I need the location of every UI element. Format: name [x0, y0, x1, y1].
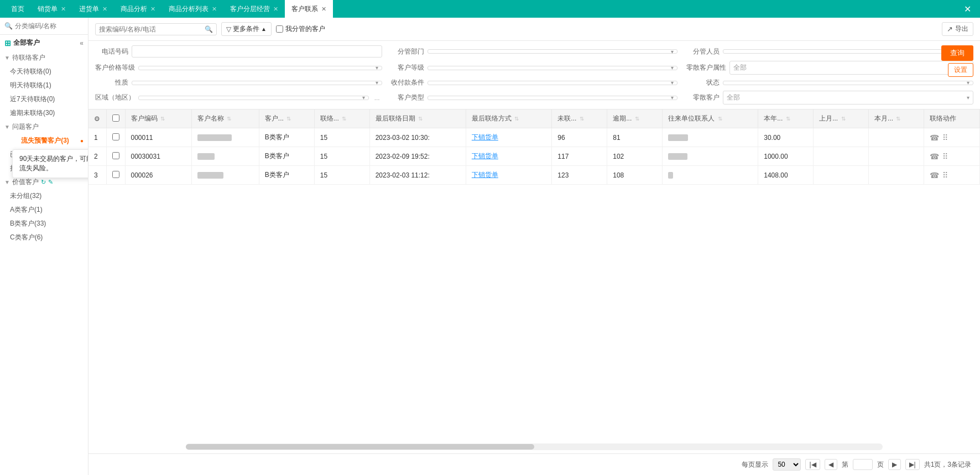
sidebar-search-input[interactable] — [15, 22, 84, 30]
export-icon: ↗ — [947, 25, 953, 33]
refresh-icon[interactable]: ↻ — [41, 179, 46, 186]
zero-customer-select[interactable]: 全部 — [723, 91, 973, 105]
sidebar-item-b-class[interactable]: B类客户(33) — [0, 217, 88, 231]
nav-product-analysis-list[interactable]: 商品分析列表 ✕ — [162, 0, 223, 18]
more-conditions-button[interactable]: ▽ 更多条件 ▲ — [221, 22, 272, 36]
th-type[interactable]: 客户... ⇅ — [259, 109, 314, 128]
nav-product-analysis[interactable]: 商品分析 ✕ — [114, 0, 162, 18]
edit-icon[interactable]: ✎ — [48, 179, 53, 186]
my-customers-checkbox-wrap[interactable]: 我分管的客户 — [276, 24, 325, 34]
th-contact-person[interactable]: 往来单位联系人 ⇅ — [663, 109, 758, 128]
td-last-method[interactable]: 下销货单 — [466, 147, 552, 166]
td-checkbox[interactable] — [106, 147, 125, 166]
th-name[interactable]: 客户名称 ⇅ — [191, 109, 259, 128]
td-last-method[interactable]: 下销货单 — [466, 128, 552, 147]
select-all-checkbox[interactable] — [112, 114, 119, 122]
close-icon[interactable]: ✕ — [150, 6, 155, 13]
close-icon[interactable]: ✕ — [321, 6, 326, 13]
last-page-button[interactable]: ▶| — [905, 459, 920, 470]
sidebar-item-7days[interactable]: 近7天待联络(0) — [0, 92, 88, 106]
th-this-month[interactable]: 本月... ⇅ — [869, 109, 924, 128]
th-overdue[interactable]: 逾期... ⇅ — [607, 109, 663, 128]
close-icon[interactable]: ✕ — [61, 6, 66, 13]
td-this-month — [869, 166, 924, 185]
sidebar-item-tomorrow[interactable]: 明天待联络(1) — [0, 79, 88, 92]
collapse-icon[interactable]: « — [80, 39, 84, 47]
contact-icon[interactable]: ☎ — [930, 133, 939, 142]
nav-customer-contact[interactable]: 客户联系 ✕ — [285, 0, 333, 18]
nav-customer-segmentation[interactable]: 客户分层经营 ✕ — [223, 0, 285, 18]
td-action[interactable]: ☎ ⠿ — [924, 147, 980, 166]
th-last-month[interactable]: 上月... ⇅ — [814, 109, 869, 128]
th-this-year[interactable]: 本年... ⇅ — [758, 109, 814, 128]
phone-input[interactable] — [132, 45, 382, 58]
status-select[interactable] — [723, 81, 973, 85]
customer-type-select[interactable] — [428, 96, 678, 100]
horizontal-scrollbar[interactable] — [186, 443, 883, 450]
contact-icon[interactable]: ☎ — [930, 171, 939, 180]
td-action[interactable]: ☎ ⠿ — [924, 128, 980, 147]
row-checkbox[interactable] — [112, 171, 119, 178]
nav-home[interactable]: 首页 — [4, 0, 31, 18]
settings-button[interactable]: 设置 — [948, 63, 973, 77]
search-input[interactable] — [99, 25, 198, 33]
page-number-input[interactable]: 1 — [853, 459, 873, 470]
th-code[interactable]: 客户编码 ⇅ — [125, 109, 191, 128]
my-customers-checkbox[interactable] — [276, 25, 283, 33]
price-level-select[interactable] — [138, 66, 382, 70]
sidebar-item-overdue[interactable]: 逾期未联络(30) — [0, 106, 88, 120]
more-action-icon[interactable]: ⠿ — [942, 152, 948, 161]
th-contact[interactable]: 联络... ⇅ — [314, 109, 369, 128]
zero-attr-select[interactable]: 全部 — [729, 61, 973, 75]
sort-icon: ⇅ — [286, 116, 291, 122]
sidebar-item-unclassified[interactable]: 未分组(32) — [0, 189, 88, 203]
sidebar-item-a-class[interactable]: A类客户(1) — [0, 203, 88, 217]
query-button[interactable]: 查询 — [941, 45, 973, 61]
search-icon[interactable]: 🔍 — [205, 25, 213, 33]
link-text[interactable]: 下销货单 — [472, 171, 498, 179]
th-uncontacted[interactable]: 未联... ⇅ — [552, 109, 607, 128]
th-last-contact-method[interactable]: 最后联络方式 ⇅ — [466, 109, 552, 128]
td-last-method[interactable]: 下销货单 — [466, 166, 552, 185]
scroll-thumb[interactable] — [186, 444, 534, 450]
link-text[interactable]: 下销货单 — [472, 152, 498, 160]
link-text[interactable]: 下销货单 — [472, 133, 498, 141]
close-icon[interactable]: ✕ — [273, 6, 278, 13]
dept-select[interactable] — [428, 49, 678, 54]
export-button[interactable]: ↗ 导出 — [942, 22, 973, 36]
more-action-icon[interactable]: ⠿ — [942, 171, 948, 180]
td-checkbox[interactable] — [106, 128, 125, 147]
window-close-button[interactable]: ✕ — [960, 4, 976, 14]
contact-icon[interactable]: ☎ — [930, 152, 939, 161]
sidebar-item-c-class[interactable]: C类客户(6) — [0, 231, 88, 244]
th-last-contact-date[interactable]: 最后联络日期 ⇅ — [369, 109, 466, 128]
th-action[interactable]: 联络动作 — [924, 109, 980, 128]
td-action[interactable]: ☎ ⠿ — [924, 166, 980, 185]
td-checkbox[interactable] — [106, 166, 125, 185]
th-settings[interactable]: ⚙ — [88, 109, 106, 128]
page-size-select[interactable]: 50 100 200 — [773, 458, 801, 471]
close-icon[interactable]: ✕ — [102, 6, 107, 13]
customer-level-select[interactable] — [428, 66, 678, 70]
close-icon[interactable]: ✕ — [212, 6, 217, 13]
person-select[interactable] — [723, 49, 959, 54]
advanced-filter-panel: 电话号码 分管部门 分管人员 … 客户价格等级 客户等级 — [88, 41, 980, 109]
nature-select[interactable] — [132, 81, 382, 85]
area-select[interactable] — [138, 96, 369, 100]
th-checkbox[interactable] — [106, 109, 125, 128]
sidebar-group-pending[interactable]: ▼ 待联络客户 — [0, 51, 88, 65]
payment-select[interactable] — [428, 81, 678, 85]
nav-sales-order[interactable]: 销货单 ✕ — [31, 0, 72, 18]
nav-purchase-order[interactable]: 进货单 ✕ — [72, 0, 114, 18]
more-action-icon[interactable]: ⠿ — [942, 133, 948, 142]
sidebar-item-churn-warning[interactable]: 流失预警客户(3) ● — [0, 134, 88, 148]
sidebar-item-today[interactable]: 今天待联络(0) — [0, 65, 88, 79]
prev-page-button[interactable]: ◀ — [825, 459, 837, 470]
row-checkbox[interactable] — [112, 133, 119, 140]
area-more-icon[interactable]: ... — [372, 93, 382, 103]
all-customers-header[interactable]: ⊞ 全部客户 « — [0, 35, 88, 51]
first-page-button[interactable]: |◀ — [805, 459, 820, 470]
row-checkbox[interactable] — [112, 152, 119, 159]
next-page-button[interactable]: ▶ — [888, 459, 901, 470]
sidebar-group-problem[interactable]: ▼ 问题客户 — [0, 120, 88, 134]
